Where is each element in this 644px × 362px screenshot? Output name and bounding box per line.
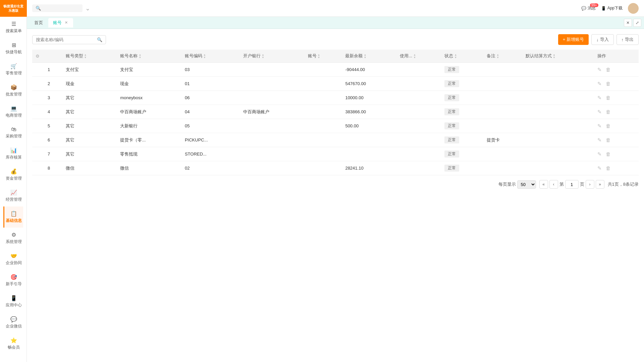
cell-balance-7: 28241.10 <box>342 161 396 175</box>
edit-icon-0[interactable]: ✎ <box>597 67 602 72</box>
cell-remark-4 <box>483 119 522 133</box>
tab-accounts[interactable]: 账号✕ <box>48 18 73 27</box>
topbar-left: 🔍 ⌄ <box>32 4 90 12</box>
sidebar-item-vip-member[interactable]: ⭐畅会员 <box>3 333 23 354</box>
delete-icon-5[interactable]: 🗑 <box>606 137 611 143</box>
sidebar-item-ecommerce-mgmt[interactable]: 💻电商管理 <box>3 101 23 122</box>
edit-icon-1[interactable]: ✎ <box>597 81 602 86</box>
sidebar-icon-newbie-guide: 🎯 <box>6 274 22 280</box>
page-size-selector[interactable]: 每页显示 50 100 200 <box>498 180 536 189</box>
cell-balance-3: 383866.00 <box>342 105 396 119</box>
add-account-button[interactable]: + 新增账号 <box>558 34 589 45</box>
edit-icon-3[interactable]: ✎ <box>597 109 602 115</box>
cell-type-4: 其它 <box>62 119 117 133</box>
sidebar-icon-shortcuts: ⊞ <box>6 42 22 48</box>
edit-icon-4[interactable]: ✎ <box>597 123 602 129</box>
cell-name-7: 微信 <box>117 161 181 175</box>
cell-type-1: 现金 <box>62 77 117 91</box>
sidebar-icon-ecommerce-mgmt: 💻 <box>6 105 22 112</box>
cell-name-1: 现金 <box>117 77 181 91</box>
cell-bank-6 <box>240 147 305 161</box>
sidebar-item-enterprise-wechat[interactable]: 💬企业微信 <box>3 312 23 333</box>
cell-settlement-6 <box>522 147 594 161</box>
cell-settings-1 <box>32 77 44 91</box>
app-download-button[interactable]: 📱 App下载 <box>601 5 623 11</box>
sidebar-item-shortcuts[interactable]: ⊞快捷导航 <box>3 38 23 59</box>
delete-icon-2[interactable]: 🗑 <box>606 95 611 101</box>
cell-remark-5: 提货卡 <box>483 133 522 147</box>
tab-close-accounts[interactable]: ✕ <box>64 20 68 25</box>
tab-home[interactable]: 首页 <box>30 18 48 27</box>
cell-index-4: 5 <box>44 119 62 133</box>
search-submit-icon[interactable]: 🔍 <box>97 37 102 42</box>
sidebar-item-sys-mgmt[interactable]: ⚙系统管理 <box>3 228 23 249</box>
page-prefix-label: 第 <box>559 181 564 187</box>
sidebar-item-basic-info[interactable]: 📋基础信息 <box>3 206 23 228</box>
edit-icon-2[interactable]: ✎ <box>597 95 602 101</box>
last-page-button[interactable]: » <box>596 180 604 189</box>
avatar[interactable] <box>628 3 639 14</box>
sidebar: 畅捷通好生意 乐惠版 ☰搜索菜单⊞快捷导航🛒零售管理📦批发管理💻电商管理🛍采购管… <box>0 0 27 362</box>
cell-status-7: 正常 <box>441 161 483 175</box>
cell-actions-4: ✎ 🗑 <box>594 119 639 133</box>
edit-icon-7[interactable]: ✎ <box>597 165 602 171</box>
cell-balance-4: 500.00 <box>342 119 396 133</box>
sidebar-item-search-menu[interactable]: ☰搜索菜单 <box>3 17 23 38</box>
cell-settlement-1 <box>522 77 594 91</box>
tab-close-button[interactable]: ✕ <box>624 19 632 27</box>
first-page-button[interactable]: « <box>539 180 548 189</box>
next-page-button[interactable]: › <box>586 180 594 189</box>
col-settlement: 默认结算方式▲▼ <box>522 50 594 63</box>
page-size-select[interactable]: 50 100 200 <box>517 180 536 189</box>
topbar-right: 💬 消息 99+ 📱 App下载 <box>581 3 639 14</box>
import-button[interactable]: ↓ 导入 <box>591 34 614 45</box>
cell-usage-0 <box>396 63 441 77</box>
cell-code-1: 01 <box>181 77 240 91</box>
delete-icon-0[interactable]: 🗑 <box>606 67 611 72</box>
edit-icon-6[interactable]: ✎ <box>597 151 602 157</box>
cell-settings-6 <box>32 147 44 161</box>
messages-button[interactable]: 💬 消息 99+ <box>581 5 596 11</box>
table-row: 1 支付宝 支付宝 03 -90444.00 正常 ✎ 🗑 <box>32 63 639 77</box>
cell-bank-5 <box>240 133 305 147</box>
cell-settlement-4 <box>522 119 594 133</box>
sidebar-item-wholesale-mgmt[interactable]: 📦批发管理 <box>3 80 23 101</box>
sidebar-label-operations-mgmt: 经营管理 <box>6 197 22 202</box>
delete-icon-1[interactable]: 🗑 <box>606 81 611 86</box>
edit-icon-5[interactable]: ✎ <box>597 137 602 143</box>
delete-icon-7[interactable]: 🗑 <box>606 165 611 171</box>
cell-settings-4 <box>32 119 44 133</box>
total-records-label: 共1页，8条记录 <box>608 181 639 187</box>
topbar-search[interactable]: 🔍 <box>32 4 83 12</box>
sidebar-item-finance-mgmt[interactable]: 💰资金管理 <box>3 164 23 185</box>
topbar-search-input[interactable] <box>43 6 76 11</box>
col-settings: ⚙ <box>32 50 44 63</box>
sidebar-item-newbie-guide[interactable]: 🎯新手引导 <box>3 270 23 291</box>
messages-badge: 99+ <box>590 3 598 7</box>
search-box[interactable]: 🔍 <box>32 35 106 44</box>
cell-index-2: 3 <box>44 91 62 105</box>
cell-code-4: 05 <box>181 119 240 133</box>
tab-expand-button[interactable]: ⤢ <box>633 19 641 27</box>
cell-settings-2 <box>32 91 44 105</box>
cell-bank-4 <box>240 119 305 133</box>
sidebar-label-app-center: 应用中心 <box>6 303 22 307</box>
export-button[interactable]: ↑ 导出 <box>616 34 639 45</box>
delete-icon-6[interactable]: 🗑 <box>606 151 611 157</box>
sidebar-icon-app-center: 📱 <box>6 295 22 301</box>
search-icon: 🔍 <box>36 6 41 11</box>
dropdown-icon[interactable]: ⌄ <box>85 5 90 12</box>
sidebar-item-inventory[interactable]: 📊库存核算 <box>3 143 23 164</box>
sidebar-item-operations-mgmt[interactable]: 📈经营管理 <box>3 185 23 206</box>
delete-icon-4[interactable]: 🗑 <box>606 123 611 129</box>
search-input[interactable] <box>36 37 95 42</box>
delete-icon-3[interactable]: 🗑 <box>606 109 611 115</box>
sidebar-item-app-center[interactable]: 📱应用中心 <box>3 291 23 312</box>
page-number-input[interactable] <box>565 180 579 189</box>
sidebar-item-purchase-mgmt[interactable]: 🛍采购管理 <box>3 122 23 143</box>
app-download-label: App下载 <box>607 5 623 11</box>
prev-page-button[interactable]: ‹ <box>549 180 558 189</box>
sidebar-item-enterprise-agreement[interactable]: 🤝企业协同 <box>3 249 23 270</box>
cell-type-2: 其它 <box>62 91 117 105</box>
sidebar-item-retail-mgmt[interactable]: 🛒零售管理 <box>3 59 23 80</box>
